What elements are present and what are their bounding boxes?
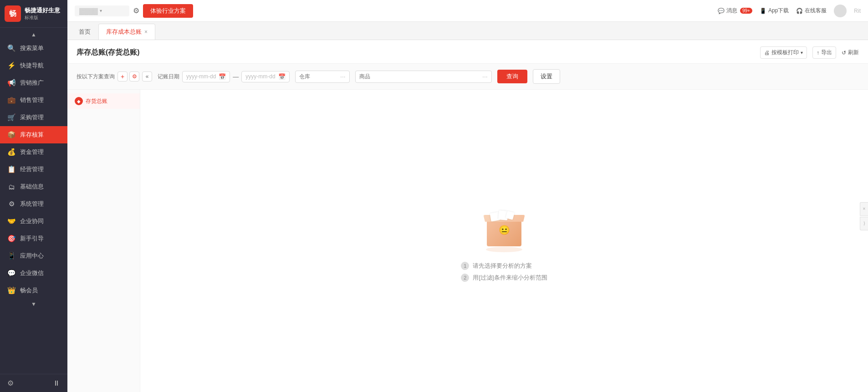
print-dropdown-icon: ▾	[801, 50, 803, 55]
audio-footer-icon[interactable]: ⏸	[53, 379, 60, 387]
sidebar-item-label: 畅会员	[20, 286, 38, 295]
tab-home[interactable]: 首页	[71, 24, 98, 40]
date-filter-group: 记账日期 yyyy-mm-dd 📅 — yyyy-mm-dd 📅	[158, 71, 290, 82]
trial-button[interactable]: 体验行业方案	[143, 4, 193, 18]
panel-close-btn[interactable]: ×	[860, 202, 868, 216]
panel-expand-btn[interactable]: ⟩	[860, 217, 868, 230]
purchase-icon: 🛒	[7, 113, 15, 122]
scheme-icon-bg: ◆	[75, 97, 83, 105]
print-button[interactable]: 🖨 按模板打印 ▾	[760, 46, 807, 59]
refresh-label: 刷新	[848, 49, 859, 56]
scheme-item-label: 存货总账	[86, 97, 107, 105]
app-download-item[interactable]: 📱 App下载	[760, 7, 789, 15]
app-sub: 标准版	[25, 15, 60, 20]
app-download-label: App下载	[768, 7, 789, 15]
sidebar-item-app-center[interactable]: 📱 应用中心	[0, 247, 67, 265]
wechat-icon: 💬	[7, 269, 15, 277]
filter-label: 按以下方案查询 + ⚙ «	[77, 71, 152, 81]
sidebar-item-label: 基础信息	[20, 183, 44, 191]
date-end-input[interactable]: yyyy-mm-dd 📅	[241, 71, 289, 82]
sidebar-item-wechat[interactable]: 💬 企业微信	[0, 265, 67, 282]
sidebar-item-label: 经营管理	[20, 165, 44, 173]
sidebar-item-marketing[interactable]: 📢 营销推广	[0, 74, 67, 92]
sidebar-item-label: 企业微信	[20, 269, 44, 277]
sidebar-item-beginner[interactable]: 🎯 新手引导	[0, 230, 67, 247]
main-content: ▓▓▓▓ ▾ ⚙ 体验行业方案 💬 消息 99+ 📱 App下载 🎧 在线客服 …	[67, 0, 868, 392]
sidebar-item-quick-nav[interactable]: ⚡ 快捷导航	[0, 57, 67, 74]
dropdown-icon: ▾	[100, 8, 102, 13]
empty-hints: 1 请先选择要分析的方案 2 用[过滤]条件来缩小分析范围	[461, 262, 547, 282]
refresh-button[interactable]: ↺ 刷新	[842, 49, 859, 56]
empty-illustration: 😐	[477, 200, 531, 255]
date-start-input[interactable]: yyyy-mm-dd 📅	[182, 71, 230, 82]
shadow	[486, 247, 522, 252]
user-name: Rit	[854, 8, 861, 14]
sidebar-item-label: 系统管理	[20, 200, 44, 208]
scroll-down-btn[interactable]: ▼	[0, 299, 67, 309]
beginner-icon: 🎯	[7, 234, 15, 243]
message-item[interactable]: 💬 消息 99+	[718, 7, 752, 15]
filter-area: 按以下方案查询 + ⚙ « 记账日期 yyyy-mm-dd 📅 — y	[67, 64, 868, 90]
sidebar-navigation: ▲ 🔍 搜索菜单 ⚡ 快捷导航 📢 营销推广 💼 销售管理 🛒 采购管理 📦 库…	[0, 28, 67, 374]
sidebar-item-label: 库存核算	[20, 131, 44, 139]
sidebar-item-basic[interactable]: 🗂 基础信息	[0, 178, 67, 195]
sidebar-item-label: 快捷导航	[20, 61, 44, 70]
topbar-settings-icon[interactable]: ⚙	[133, 6, 139, 15]
app-center-icon: 📱	[7, 252, 15, 260]
tab-inventory-cost-label: 库存成本总账	[106, 28, 142, 36]
page-header: 库存总账(存货总账) 🖨 按模板打印 ▾ ↑ 导出 ↺ 刷新	[67, 40, 868, 64]
warehouse-filter[interactable]: 仓库 ···	[295, 71, 350, 83]
setting-button[interactable]: 设置	[533, 69, 560, 84]
user-avatar[interactable]	[834, 5, 847, 17]
filter-settings-btn[interactable]: ⚙	[129, 71, 139, 81]
scheme-sidebar: ◆ 存货总账	[67, 90, 140, 392]
sidebar-item-member[interactable]: 👑 畅会员	[0, 282, 67, 299]
date-start-placeholder: yyyy-mm-dd	[186, 73, 216, 80]
hint-text-1: 请先选择要分析的方案	[473, 262, 532, 270]
topbar-right: 💬 消息 99+ 📱 App下载 🎧 在线客服 Rit	[718, 5, 861, 17]
scheme-item-inventory[interactable]: ◆ 存货总账	[67, 93, 140, 109]
sidebar-item-label: 销售管理	[20, 96, 44, 104]
inventory-icon: 📦	[7, 131, 15, 139]
sidebar-item-sales[interactable]: 💼 销售管理	[0, 92, 67, 109]
user-selector[interactable]: ▓▓▓▓ ▾	[75, 5, 129, 16]
topbar: ▓▓▓▓ ▾ ⚙ 体验行业方案 💬 消息 99+ 📱 App下载 🎧 在线客服 …	[67, 0, 868, 22]
box-body: 😐	[487, 220, 521, 246]
filter-label-text: 按以下方案查询	[77, 73, 115, 81]
sidebar-item-label: 搜索菜单	[20, 44, 44, 52]
page-body: ◆ 存货总账 😐	[67, 90, 868, 392]
online-service-item[interactable]: 🎧 在线客服	[796, 7, 827, 15]
tab-inventory-cost[interactable]: 库存成本总账 ×	[98, 24, 155, 40]
quick-nav-icon: ⚡	[7, 61, 15, 70]
calendar-start-icon: 📅	[219, 73, 226, 80]
sidebar-item-label: 新手引导	[20, 234, 44, 243]
product-filter[interactable]: 商品 ···	[355, 71, 492, 83]
sidebar-item-enterprise[interactable]: 🤝 企业协同	[0, 213, 67, 230]
sidebar-item-finance[interactable]: 💰 资金管理	[0, 143, 67, 161]
filter-add-btn[interactable]: +	[117, 71, 128, 81]
export-button[interactable]: ↑ 导出	[812, 46, 836, 59]
refresh-icon: ↺	[842, 50, 846, 56]
basic-icon: 🗂	[7, 183, 15, 191]
search-icon: 🔍	[7, 44, 15, 52]
topbar-left: ▓▓▓▓ ▾ ⚙ 体验行业方案	[75, 4, 712, 18]
filter-collapse-btn[interactable]: «	[142, 71, 152, 81]
date-end-placeholder: yyyy-mm-dd	[245, 73, 275, 80]
sidebar-item-operations[interactable]: 📋 经营管理	[0, 161, 67, 178]
online-service-icon: 🎧	[796, 8, 803, 14]
filter-add-buttons: + ⚙	[117, 71, 139, 81]
right-panel-handle: × ⟩	[860, 202, 868, 230]
sidebar-item-system[interactable]: ⚙ 系统管理	[0, 195, 67, 213]
operations-icon: 📋	[7, 165, 15, 173]
user-area-bg: ▓▓▓▓	[79, 7, 98, 15]
query-button[interactable]: 查询	[497, 70, 527, 83]
settings-footer-icon[interactable]: ⚙	[7, 379, 14, 387]
sidebar-item-search[interactable]: 🔍 搜索菜单	[0, 40, 67, 57]
scroll-up-btn[interactable]: ▲	[0, 30, 67, 40]
app-logo: 畅 畅捷通好生意 标准版	[0, 0, 67, 28]
tabbar: 首页 库存成本总账 ×	[67, 22, 868, 40]
sidebar-item-purchase[interactable]: 🛒 采购管理	[0, 109, 67, 126]
warehouse-more-icon: ···	[340, 73, 346, 80]
sidebar-item-inventory[interactable]: 📦 库存核算	[0, 126, 67, 143]
tab-close-icon[interactable]: ×	[144, 29, 148, 35]
